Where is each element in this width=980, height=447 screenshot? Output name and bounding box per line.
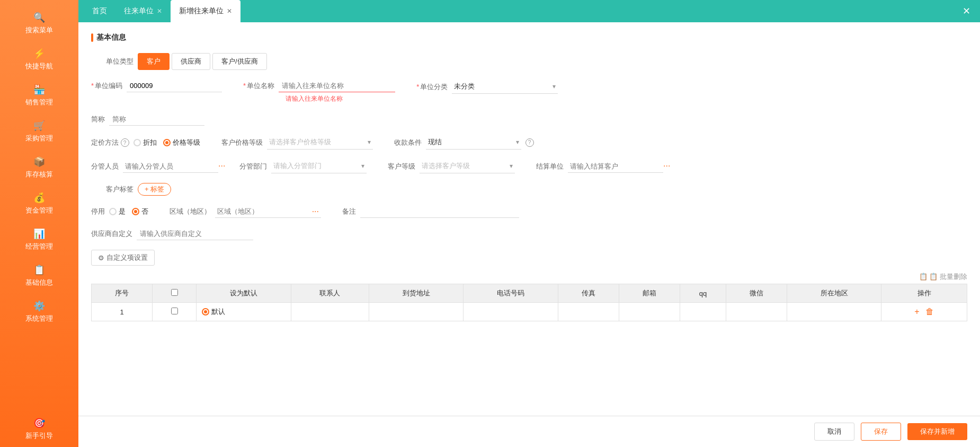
manager-input-wrap: ··· [123,160,218,173]
section-bar-icon [91,33,93,42]
disabled-no-option[interactable]: 否 [132,207,148,216]
sidebar-item-inventory[interactable]: 📦 库存核算 [0,150,78,186]
unit-code-item: *单位编码 [91,80,222,92]
tab-bar-close-all[interactable]: ✕ [958,5,975,17]
supplier-custom-row: 供应商自定义 [91,227,967,240]
pricing-method-item: 定价方法 ? 折扣 价格等级 [91,138,200,147]
batch-delete-btn[interactable]: 📋 📋 批量删除 [91,272,967,282]
cell-qq [680,303,726,321]
sidebar-item-system[interactable]: ⚙️ 系统管理 [0,294,78,330]
row-delete-btn[interactable]: 🗑 [923,307,936,316]
unit-btn-supplier[interactable]: 供应商 [172,53,210,70]
tab-new-partner[interactable]: 新增往来单位 ✕ [171,0,240,22]
unit-category-label: *单位分类 [416,82,448,92]
disabled-no-label: 否 [141,207,148,216]
sidebar-item-finance[interactable]: 💰 资金管理 [0,186,78,222]
unit-category-dropdown[interactable]: 未分类 ▾ [452,80,558,94]
pricing-method-label: 定价方法 ? [91,138,129,147]
payment-terms-item: 收款条件 现结 ▾ ? [394,135,534,150]
operations-icon: 📊 [33,228,45,240]
pricing-discount-option[interactable]: 折扣 [133,138,157,147]
manager-dots-btn[interactable]: ··· [216,161,227,171]
col-region: 所在地区 [787,284,881,303]
sidebar-item-guide[interactable]: 🎯 新手引导 [0,411,78,447]
select-all-checkbox[interactable] [171,289,178,296]
disabled-item: 停用 是 否 [91,207,148,216]
pricing-help-icon[interactable]: ? [121,138,129,147]
cancel-button[interactable]: 取消 [814,423,854,441]
sidebar-item-label: 采购管理 [25,134,53,143]
remark-label: 备注 [342,207,356,216]
unit-btn-both[interactable]: 客户/供应商 [212,53,267,70]
unit-name-item: *单位名称 请输入往来单位名称 [243,80,395,103]
table-header-row: 序号 设为默认 联系人 到货地址 电话号码 传真 邮箱 qq 微信 所在地区 操… [92,284,967,303]
settlement-unit-item: 结算单位 ··· [536,160,663,173]
row-default-circle [202,308,209,315]
sidebar-item-label: 库存核算 [25,170,53,179]
cell-seq: 1 [92,303,153,321]
supplier-custom-input[interactable] [137,227,253,240]
customer-price-level-dropdown[interactable]: 请选择客户价格等级 ▾ [267,135,373,150]
short-name-input[interactable] [109,113,204,126]
unit-name-input[interactable] [279,80,395,92]
row-checkbox[interactable] [171,308,178,314]
cell-default: 默认 [197,303,291,321]
save-new-button[interactable]: 保存并新增 [907,423,967,440]
manager-input[interactable] [123,160,216,172]
payment-terms-label: 收款条件 [394,138,422,147]
unit-btn-customer[interactable]: 客户 [138,53,170,70]
region-label: 区域（地区） [170,207,211,216]
remark-input[interactable] [360,205,519,218]
sidebar-item-sales[interactable]: 🏪 销售管理 [0,77,78,113]
settlement-unit-dots-btn[interactable]: ··· [661,161,672,171]
pricing-price-level-dot [165,141,168,144]
batch-delete-icon: 📋 [919,273,928,281]
region-input[interactable] [215,205,310,217]
row-default-label: 默认 [211,307,225,317]
tab-home[interactable]: 首页 [84,0,115,22]
cell-phone [464,303,558,321]
basic-info-icon: 📋 [33,264,45,276]
unit-type-group-item: 单位类型 客户 供应商 客户/供应商 [91,53,267,70]
payment-terms-dropdown[interactable]: 现结 ▾ [426,135,521,150]
settlement-unit-input[interactable] [568,160,661,172]
department-dropdown[interactable]: 请输入分管部门 ▾ [271,159,367,173]
main-area: 首页 往来单位 ✕ 新增往来单位 ✕ ✕ 基本信息 单位类型 客户 供应商 客户… [78,0,980,447]
region-dots-btn[interactable]: ··· [310,207,321,216]
row-default-radio[interactable]: 默认 [202,307,286,317]
tab-home-label: 首页 [92,6,107,16]
tab-partners[interactable]: 往来单位 ✕ [115,0,171,22]
save-button[interactable]: 保存 [861,423,901,441]
tab-new-partner-close[interactable]: ✕ [227,7,232,15]
custom-settings-button[interactable]: ⚙ 自定义项设置 [91,250,155,266]
manager-item: 分管人员 ··· [91,160,218,173]
payment-terms-help-icon[interactable]: ? [525,138,534,147]
disabled-no-dot [134,210,137,213]
remark-item: 备注 [342,205,519,218]
unit-category-value: 未分类 [454,82,553,91]
unit-code-label: *单位编码 [91,81,122,91]
form-content: 基本信息 单位类型 客户 供应商 客户/供应商 *单位编码 *单位名称 [78,22,980,416]
sidebar-item-basic-info[interactable]: 📋 基础信息 [0,258,78,294]
disabled-yes-option[interactable]: 是 [109,207,126,216]
sidebar-item-purchase[interactable]: 🛒 采购管理 [0,113,78,150]
customer-tag-row: 客户标签 + 标签 [91,183,967,196]
custom-settings-icon: ⚙ [98,254,104,262]
tab-new-partner-label: 新增往来单位 [179,6,224,16]
disabled-row: 停用 是 否 区域（地区） [91,205,967,218]
custom-settings-label: 自定义项设置 [106,253,148,262]
row-add-btn[interactable]: + [912,307,921,316]
customer-level-dropdown[interactable]: 请选择客户等级 ▾ [420,159,515,173]
system-icon: ⚙️ [33,300,45,312]
sidebar-item-operations[interactable]: 📊 经营管理 [0,222,78,258]
sidebar-item-search[interactable]: 🔍 搜索菜单 [0,5,78,41]
cell-fax [558,303,619,321]
col-address: 到货地址 [369,284,464,303]
tab-partners-close[interactable]: ✕ [157,7,162,15]
pricing-price-level-option[interactable]: 价格等级 [163,138,200,147]
sidebar-item-label: 经营管理 [25,242,53,251]
tag-add-button[interactable]: + 标签 [138,183,171,196]
sidebar-item-quicknav[interactable]: ⚡ 快捷导航 [0,41,78,77]
unit-code-input[interactable] [127,80,222,92]
disabled-yes-circle [109,208,117,215]
